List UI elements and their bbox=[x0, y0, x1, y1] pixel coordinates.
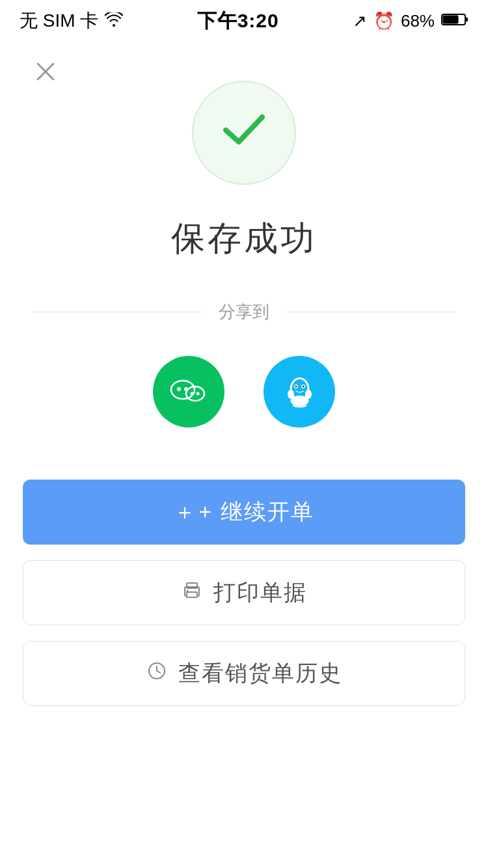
history-icon bbox=[146, 660, 168, 687]
close-button[interactable] bbox=[26, 52, 65, 91]
action-buttons: ＋ + 继续开单 打印单据 查看销货单历史 bbox=[23, 480, 465, 706]
svg-point-18 bbox=[288, 390, 294, 399]
battery-percent: 68% bbox=[401, 11, 435, 31]
print-button[interactable]: 打印单据 bbox=[23, 560, 465, 625]
share-divider: 分享到 bbox=[0, 301, 488, 323]
time-display: 下午3:20 bbox=[197, 8, 279, 34]
plus-icon: ＋ bbox=[174, 497, 197, 527]
svg-point-9 bbox=[191, 392, 194, 396]
status-right: ↗ ⏰ 68% bbox=[353, 11, 468, 31]
svg-point-16 bbox=[302, 385, 304, 387]
svg-point-6 bbox=[177, 387, 181, 391]
svg-point-10 bbox=[197, 392, 200, 396]
sim-text: 无 SIM 卡 bbox=[20, 8, 98, 33]
svg-point-23 bbox=[187, 590, 189, 592]
svg-rect-1 bbox=[465, 18, 468, 21]
share-icons-container bbox=[153, 356, 335, 427]
history-label: 查看销货单历史 bbox=[178, 658, 342, 688]
status-bar: 无 SIM 卡 下午3:20 ↗ ⏰ 68% bbox=[0, 0, 488, 42]
history-button[interactable]: 查看销货单历史 bbox=[23, 641, 465, 706]
location-icon: ↗ bbox=[353, 11, 367, 31]
checkmark-icon bbox=[218, 103, 270, 163]
status-left: 无 SIM 卡 bbox=[20, 8, 123, 33]
success-indicator bbox=[192, 81, 296, 185]
success-title: 保存成功 bbox=[171, 216, 317, 262]
qq-share-button[interactable] bbox=[264, 356, 335, 427]
continue-label: + 继续开单 bbox=[198, 497, 314, 527]
svg-point-15 bbox=[295, 385, 297, 387]
svg-point-5 bbox=[171, 381, 195, 399]
svg-rect-2 bbox=[443, 15, 459, 23]
print-icon bbox=[181, 579, 203, 606]
main-content: 保存成功 分享到 bbox=[0, 42, 488, 706]
print-label: 打印单据 bbox=[213, 578, 307, 608]
share-label: 分享到 bbox=[203, 301, 285, 323]
wifi-icon bbox=[105, 10, 123, 31]
continue-button[interactable]: ＋ + 继续开单 bbox=[23, 480, 465, 545]
wechat-share-button[interactable] bbox=[153, 356, 224, 427]
battery-icon bbox=[441, 11, 468, 31]
alarm-icon: ⏰ bbox=[373, 11, 394, 31]
svg-point-19 bbox=[305, 390, 312, 399]
svg-rect-22 bbox=[187, 592, 197, 597]
